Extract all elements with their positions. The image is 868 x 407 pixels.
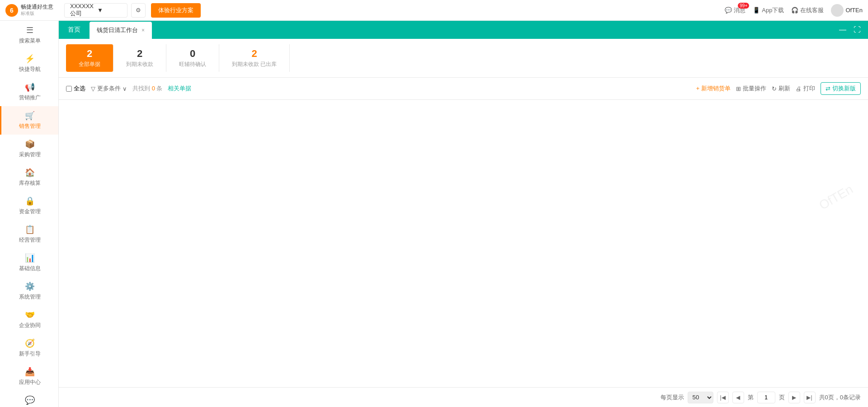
sidebar-item-basic-info[interactable]: 📊 基础信息 — [0, 248, 58, 277]
tab-minimize-button[interactable]: — — [837, 24, 848, 35]
sidebar-label-enterprise: 企业协同 — [19, 322, 41, 329]
watermark: OfTEn — [816, 182, 855, 213]
stat-number-shipped: 2 — [232, 48, 277, 60]
tab-current-label: 钱货日清工作台 — [97, 26, 138, 34]
purchase-icon: 📦 — [25, 139, 35, 149]
page-suffix: 页 — [779, 393, 785, 402]
page-size-select[interactable]: 50 100 200 — [688, 392, 713, 403]
right-panel: 首页 钱货日清工作台 × — ⛶ 2 全部单据 — [59, 21, 868, 407]
sidebar-item-wechat[interactable]: 💬 企业微信 — [0, 391, 58, 407]
select-all-label: 全选 — [74, 84, 85, 93]
online-service-item[interactable]: 🎧 在线客服 — [791, 6, 824, 14]
related-link[interactable]: 相关单据 — [168, 84, 191, 93]
minimize-icon: — — [839, 26, 846, 34]
stat-label-shipped: 到期未收款 已出库 — [232, 61, 277, 68]
app-download-item[interactable]: 📱 App下载 — [753, 6, 784, 14]
stat-label-overdue: 到期未收款 — [126, 61, 153, 68]
stat-label-all: 全部单据 — [79, 61, 100, 68]
settings-button[interactable]: ⚙ — [131, 3, 146, 18]
stat-number-overdue: 2 — [126, 48, 153, 60]
sidebar-item-operations[interactable]: 📋 经营管理 — [0, 220, 58, 248]
sidebar-label-system: 系统管理 — [19, 293, 41, 301]
sidebar-label-quick-nav: 快捷导航 — [19, 65, 41, 73]
pagination: 每页显示 50 100 200 |◀ ◀ 第 页 ▶ ▶| 共0页，0条记录 — [59, 387, 868, 407]
download-icon: 📱 — [753, 7, 760, 14]
sidebar-item-quick-nav[interactable]: ⚡ 快捷导航 — [0, 49, 58, 78]
next-page-button[interactable]: ▶ — [788, 392, 800, 403]
avatar-item[interactable]: OfTEn — [831, 4, 863, 17]
tab-home[interactable]: 首页 — [59, 21, 90, 39]
table-area: OfTEn — [59, 100, 868, 387]
first-page-button[interactable]: |◀ — [717, 392, 729, 403]
stat-card-shipped[interactable]: 2 到期未收款 已出库 — [219, 44, 290, 72]
top-nav-right: 💬 消息 99+ 📱 App下载 🎧 在线客服 OfTEn — [725, 4, 863, 17]
refresh-button[interactable]: ↻ 刷新 — [772, 84, 790, 93]
message-nav-item[interactable]: 💬 消息 99+ — [725, 6, 745, 14]
print-icon: 🖨 — [796, 85, 802, 92]
sidebar-item-purchase[interactable]: 📦 采购管理 — [0, 135, 58, 163]
stat-label-pending: 旺辅待确认 — [179, 61, 206, 68]
avatar-name: OfTEn — [845, 7, 863, 14]
stat-card-overdue[interactable]: 2 到期未收款 — [113, 44, 166, 72]
switch-version-button[interactable]: ⇄ 切换新版 — [821, 82, 861, 95]
refresh-icon: ↻ — [772, 85, 777, 92]
wechat-icon: 💬 — [25, 395, 35, 405]
add-sale-button[interactable]: + 新增销货单 — [696, 84, 731, 93]
stat-number-pending: 0 — [179, 48, 206, 60]
top-navbar: 6 畅捷通好生意 标准版 XXXXXX公司 ▼ ⚙ 体验行业方案 💬 消息 99… — [0, 0, 868, 21]
stat-card-pending[interactable]: 0 旺辅待确认 — [166, 44, 219, 72]
company-name: XXXXXX公司 — [70, 3, 94, 18]
sidebar-label-basic-info: 基础信息 — [19, 265, 41, 272]
tab-current[interactable]: 钱货日清工作台 × — [90, 22, 152, 39]
sidebar-item-marketing[interactable]: 📢 营销推广 — [0, 78, 58, 106]
filter-button[interactable]: ▽ 更多条件 ∨ — [91, 84, 127, 93]
toolbar-right: + 新增销货单 ⊞ 批量操作 ↻ 刷新 🖨 打印 ⇄ — [696, 82, 861, 95]
app-edition: 标准版 — [21, 10, 53, 17]
sidebar-label-purchase: 采购管理 — [19, 151, 41, 159]
sidebar-item-sales[interactable]: 🛒 销售管理 — [0, 106, 58, 135]
stat-number-all: 2 — [79, 48, 100, 60]
company-selector[interactable]: XXXXXX公司 ▼ — [64, 3, 127, 18]
chevron-down-icon: ▼ — [97, 7, 122, 14]
basic-info-icon: 📊 — [25, 253, 35, 263]
tab-close-icon[interactable]: × — [142, 27, 145, 33]
found-unit: 条 — [156, 85, 162, 92]
marketing-icon: 📢 — [25, 82, 35, 92]
quick-nav-icon: ⚡ — [25, 54, 35, 64]
select-all-checkbox[interactable]: 全选 — [66, 84, 85, 93]
app-download-label: App下载 — [762, 6, 784, 14]
sidebar-label-marketing: 营销推广 — [19, 94, 41, 102]
found-count: 0 — [152, 85, 155, 92]
print-label: 打印 — [803, 84, 815, 93]
tab-bar-actions: — ⛶ — [837, 24, 868, 35]
page-number-input[interactable] — [757, 392, 775, 403]
sidebar-item-newbie[interactable]: 🧭 新手引导 — [0, 334, 58, 362]
prev-page-button[interactable]: ◀ — [732, 392, 744, 403]
newbie-icon: 🧭 — [25, 338, 35, 348]
sidebar-item-enterprise[interactable]: 🤝 企业协同 — [0, 305, 58, 334]
print-button[interactable]: 🖨 打印 — [796, 84, 815, 93]
select-all-input[interactable] — [66, 86, 72, 92]
avatar — [831, 4, 844, 17]
finance-icon: 🔒 — [25, 196, 35, 206]
sidebar-item-inventory[interactable]: 🏠 库存核算 — [0, 163, 58, 192]
sidebar-item-system[interactable]: ⚙️ 系统管理 — [0, 277, 58, 305]
last-page-button[interactable]: ▶| — [804, 392, 816, 403]
switch-icon: ⇄ — [826, 85, 830, 92]
sidebar-label-operations: 经营管理 — [19, 236, 41, 244]
stat-card-all[interactable]: 2 全部单据 — [66, 44, 113, 72]
gear-icon: ⚙ — [136, 7, 141, 14]
sidebar-label-app-center: 应用中心 — [19, 379, 41, 386]
found-prefix: 共找到 — [132, 85, 150, 92]
sidebar-item-app-center[interactable]: 📥 应用中心 — [0, 362, 58, 391]
filter-label: 更多条件 — [97, 84, 121, 93]
sidebar: ☰ 搜索菜单 ⚡ 快捷导航 📢 营销推广 🛒 销售管理 📦 采购管理 🏠 库存核… — [0, 21, 59, 407]
found-text: 共找到 0 条 — [132, 84, 162, 93]
sidebar-item-search[interactable]: ☰ 搜索菜单 — [0, 21, 58, 49]
trial-button[interactable]: 体验行业方案 — [151, 3, 201, 18]
sidebar-item-finance[interactable]: 🔒 资金管理 — [0, 192, 58, 220]
batch-operation-button[interactable]: ⊞ 批量操作 — [736, 84, 766, 93]
system-icon: ⚙️ — [25, 281, 35, 291]
tab-maximize-button[interactable]: ⛶ — [852, 24, 863, 35]
sidebar-label-search: 搜索菜单 — [19, 37, 41, 45]
